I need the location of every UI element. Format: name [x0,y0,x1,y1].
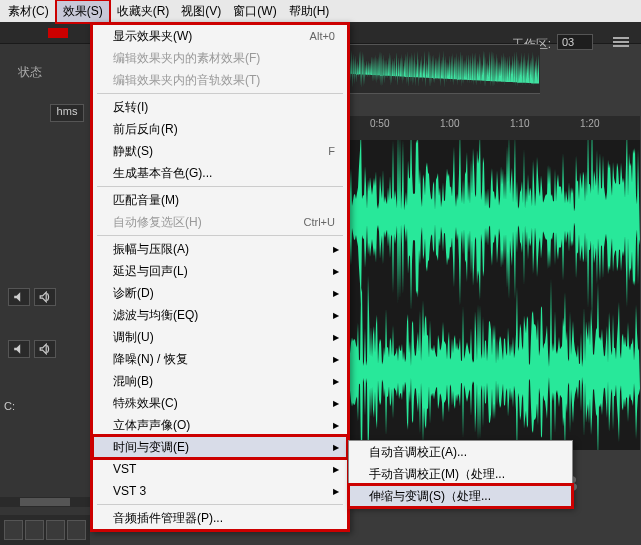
chevron-right-icon: ▶ [333,487,339,496]
menu-item[interactable]: 静默(S)F [93,140,347,162]
menu-item: 编辑效果夹内的音轨效果(T) [93,69,347,91]
menu-view[interactable]: 视图(V) [175,1,227,22]
effects-dropdown: 显示效果夹(W)Alt+0编辑效果夹内的素材效果(F)编辑效果夹内的音轨效果(T… [90,22,350,532]
chevron-right-icon: ▶ [333,245,339,254]
menu-item[interactable]: 反转(I) [93,96,347,118]
menu-item[interactable]: 前后反向(R) [93,118,347,140]
tool-btn-1[interactable] [4,520,23,540]
chevron-right-icon: ▶ [333,355,339,364]
ruler-tick: 1:10 [510,118,529,129]
menu-item: 自动修复选区(H)Ctrl+U [93,211,347,233]
chevron-right-icon: ▶ [333,377,339,386]
chevron-right-icon: ▶ [333,421,339,430]
volume-icon-2[interactable] [8,340,30,358]
menu-item[interactable]: 滤波与均衡(EQ)▶ [93,304,347,326]
menu-item[interactable]: 诊断(D)▶ [93,282,347,304]
menu-item[interactable]: 时间与变调(E)▶ [93,436,347,458]
tool-btn-4[interactable] [67,520,86,540]
menu-item[interactable]: 降噪(N) / 恢复▶ [93,348,347,370]
chevron-right-icon: ▶ [333,333,339,342]
menu-item[interactable]: 立体声声像(O)▶ [93,414,347,436]
menu-item[interactable]: 音频插件管理器(P)... [93,507,347,529]
scrollbar-horizontal[interactable] [0,497,90,507]
tool-btn-3[interactable] [46,520,65,540]
chevron-right-icon: ▶ [333,443,339,452]
scrollbar-thumb[interactable] [20,498,70,506]
chevron-right-icon: ▶ [333,289,339,298]
chevron-right-icon: ▶ [333,399,339,408]
left-panel: hms C: [0,44,90,545]
menu-item[interactable]: VST▶ [93,458,347,480]
menu-item[interactable]: 特殊效果(C)▶ [93,392,347,414]
menu-item[interactable]: 显示效果夹(W)Alt+0 [93,25,347,47]
chevron-right-icon: ▶ [333,311,339,320]
chevron-right-icon: ▶ [333,465,339,474]
menu-favorites[interactable]: 收藏夹(R) [111,1,176,22]
menu-help[interactable]: 帮助(H) [283,1,336,22]
workspace-selector[interactable]: 03 [557,34,593,50]
panel-menu-icon[interactable] [611,34,631,50]
menu-material[interactable]: 素材(C) [2,1,55,22]
bottom-toolbar [0,515,90,545]
icon-group-1 [8,288,56,306]
ruler-tick: 1:00 [440,118,459,129]
menu-item[interactable]: 调制(U)▶ [93,326,347,348]
color-swatch [48,28,68,38]
menu-item[interactable]: 匹配音量(M) [93,189,347,211]
hms-button[interactable]: hms [50,104,84,122]
ruler-tick: 1:20 [580,118,599,129]
submenu-item[interactable]: 手动音调校正(M)（处理... [349,463,572,485]
channel-c-label: C: [4,400,15,412]
speaker-icon-2[interactable] [34,340,56,358]
icon-group-2 [8,340,56,358]
speaker-icon[interactable] [34,288,56,306]
time-pitch-submenu: 自动音调校正(A)...手动音调校正(M)（处理...伸缩与变调(S)（处理..… [348,440,573,508]
menu-item[interactable]: VST 3▶ [93,480,347,502]
menubar: 素材(C) 效果(S) 收藏夹(R) 视图(V) 窗口(W) 帮助(H) [0,0,641,22]
submenu-item[interactable]: 伸缩与变调(S)（处理... [349,485,572,507]
menu-item[interactable]: 生成基本音色(G)... [93,162,347,184]
volume-icon[interactable] [8,288,30,306]
chevron-right-icon: ▶ [333,267,339,276]
menu-window[interactable]: 窗口(W) [227,1,282,22]
menu-item[interactable]: 延迟与回声(L)▶ [93,260,347,282]
tool-btn-2[interactable] [25,520,44,540]
submenu-item[interactable]: 自动音调校正(A)... [349,441,572,463]
menu-item[interactable]: 振幅与压限(A)▶ [93,238,347,260]
status-label: 状态 [18,64,42,81]
menu-item: 编辑效果夹内的素材效果(F) [93,47,347,69]
menu-item[interactable]: 混响(B)▶ [93,370,347,392]
menu-effects[interactable]: 效果(S) [55,0,111,24]
ruler-tick: 0:50 [370,118,389,129]
